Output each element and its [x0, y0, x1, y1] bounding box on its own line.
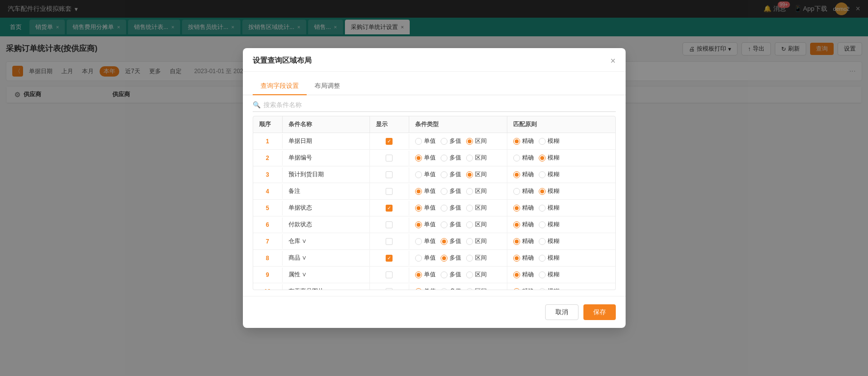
radio-type-option[interactable]: 区间	[466, 220, 487, 229]
radio-type-option[interactable]: 单值	[415, 204, 436, 212]
radio-match-option[interactable]: 模糊	[539, 237, 559, 245]
radio-circle[interactable]	[466, 221, 473, 228]
display-checkbox[interactable]	[386, 255, 393, 262]
modal-tab-query-fields[interactable]: 查询字段设置	[253, 78, 307, 95]
radio-type-option[interactable]: 单值	[415, 137, 436, 145]
radio-circle[interactable]	[441, 255, 447, 262]
radio-circle[interactable]	[513, 138, 520, 145]
radio-circle[interactable]	[466, 255, 473, 262]
radio-circle[interactable]	[441, 288, 447, 291]
radio-circle[interactable]	[513, 221, 520, 228]
radio-match-option[interactable]: 精确	[513, 154, 534, 162]
radio-type-option[interactable]: 多值	[441, 270, 461, 279]
radio-type-option[interactable]: 单值	[415, 187, 436, 195]
radio-type-option[interactable]: 区间	[466, 237, 487, 245]
display-checkbox[interactable]	[386, 288, 393, 291]
radio-circle[interactable]	[466, 171, 473, 178]
radio-type-option[interactable]: 区间	[466, 270, 487, 279]
radio-circle[interactable]	[441, 221, 447, 228]
radio-circle[interactable]	[466, 288, 473, 291]
radio-circle[interactable]	[539, 155, 546, 161]
radio-type-option[interactable]: 单值	[415, 287, 436, 290]
radio-type-option[interactable]: 单值	[415, 270, 436, 279]
save-button[interactable]: 保存	[583, 304, 616, 320]
radio-circle[interactable]	[513, 288, 520, 291]
radio-type-option[interactable]: 区间	[466, 254, 487, 262]
radio-circle[interactable]	[513, 205, 520, 212]
radio-circle[interactable]	[441, 138, 447, 145]
radio-match-option[interactable]: 精确	[513, 170, 534, 179]
radio-match-option[interactable]: 模糊	[539, 137, 559, 145]
radio-type-option[interactable]: 单值	[415, 254, 436, 262]
radio-type-option[interactable]: 多值	[441, 287, 461, 290]
radio-type-option[interactable]: 多值	[441, 237, 461, 245]
radio-circle[interactable]	[466, 205, 473, 212]
radio-circle[interactable]	[466, 271, 473, 278]
radio-match-option[interactable]: 模糊	[539, 270, 559, 279]
display-checkbox[interactable]	[386, 238, 393, 245]
radio-match-option[interactable]: 模糊	[539, 204, 559, 212]
radio-type-option[interactable]: 单值	[415, 220, 436, 229]
display-checkbox[interactable]	[386, 221, 393, 228]
radio-circle[interactable]	[466, 155, 473, 161]
radio-match-option[interactable]: 模糊	[539, 254, 559, 262]
radio-circle[interactable]	[415, 138, 422, 145]
radio-type-option[interactable]: 多值	[441, 154, 461, 162]
radio-circle[interactable]	[513, 171, 520, 178]
radio-type-option[interactable]: 区间	[466, 287, 487, 290]
radio-circle[interactable]	[539, 138, 546, 145]
radio-match-option[interactable]: 模糊	[539, 170, 559, 179]
display-checkbox[interactable]	[386, 188, 393, 195]
radio-match-option[interactable]: 精确	[513, 137, 534, 145]
radio-circle[interactable]	[441, 271, 447, 278]
radio-type-option[interactable]: 单值	[415, 237, 436, 245]
radio-match-option[interactable]: 模糊	[539, 187, 559, 195]
radio-match-option[interactable]: 精确	[513, 220, 534, 229]
radio-type-option[interactable]: 区间	[466, 204, 487, 212]
radio-circle[interactable]	[415, 171, 422, 178]
radio-circle[interactable]	[415, 188, 422, 195]
radio-match-option[interactable]: 模糊	[539, 154, 559, 162]
display-checkbox[interactable]	[386, 271, 393, 278]
radio-type-option[interactable]: 多值	[441, 204, 461, 212]
display-checkbox[interactable]	[386, 205, 393, 212]
radio-circle[interactable]	[513, 238, 520, 245]
radio-circle[interactable]	[539, 255, 546, 262]
radio-circle[interactable]	[441, 205, 447, 212]
radio-match-option[interactable]: 模糊	[539, 287, 559, 290]
radio-circle[interactable]	[415, 205, 422, 212]
radio-circle[interactable]	[415, 221, 422, 228]
radio-match-option[interactable]: 精确	[513, 270, 534, 279]
radio-circle[interactable]	[539, 171, 546, 178]
radio-circle[interactable]	[539, 238, 546, 245]
radio-circle[interactable]	[441, 238, 447, 245]
radio-circle[interactable]	[415, 255, 422, 262]
radio-match-option[interactable]: 精确	[513, 287, 534, 290]
radio-type-option[interactable]: 多值	[441, 187, 461, 195]
radio-type-option[interactable]: 单值	[415, 170, 436, 179]
radio-circle[interactable]	[441, 188, 447, 195]
radio-circle[interactable]	[415, 238, 422, 245]
radio-circle[interactable]	[513, 271, 520, 278]
display-checkbox[interactable]	[386, 171, 393, 178]
radio-circle[interactable]	[441, 171, 447, 178]
radio-circle[interactable]	[539, 205, 546, 212]
radio-circle[interactable]	[539, 188, 546, 195]
radio-type-option[interactable]: 多值	[441, 220, 461, 229]
radio-circle[interactable]	[415, 271, 422, 278]
radio-match-option[interactable]: 精确	[513, 204, 534, 212]
radio-type-option[interactable]: 单值	[415, 154, 436, 162]
search-input[interactable]	[263, 101, 616, 108]
radio-type-option[interactable]: 多值	[441, 254, 461, 262]
modal-close-button[interactable]: ×	[610, 56, 616, 65]
radio-match-option[interactable]: 精确	[513, 237, 534, 245]
cancel-button[interactable]: 取消	[545, 304, 579, 320]
radio-circle[interactable]	[466, 188, 473, 195]
modal-tab-layout[interactable]: 布局调整	[307, 78, 348, 95]
radio-type-option[interactable]: 区间	[466, 187, 487, 195]
radio-circle[interactable]	[415, 155, 422, 161]
radio-circle[interactable]	[441, 155, 447, 161]
radio-circle[interactable]	[539, 221, 546, 228]
radio-circle[interactable]	[415, 288, 422, 291]
radio-circle[interactable]	[466, 138, 473, 145]
